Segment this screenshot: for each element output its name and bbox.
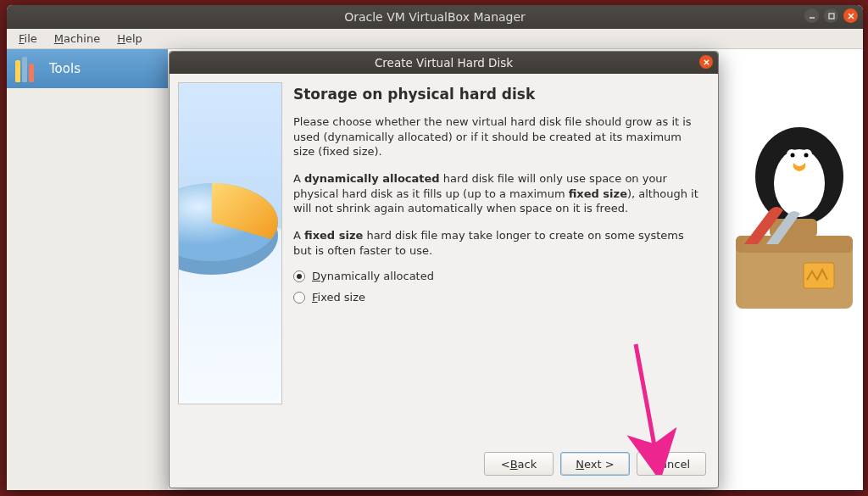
menu-machine[interactable]: Machine [47,31,107,47]
dialog-heading: Storage on physical hard disk [293,86,703,103]
back-button[interactable]: < Back [484,452,554,476]
menu-help[interactable]: Help [110,31,149,47]
main-window-controls [804,8,858,23]
dialog-button-row: < Back Next > Cancel [170,443,718,488]
main-window-title: Oracle VM VirtualBox Manager [7,10,863,24]
svg-point-9 [791,153,795,158]
close-icon[interactable] [843,8,858,23]
minimize-icon[interactable] [804,8,819,23]
dialog-main: Storage on physical hard disk Please cho… [288,74,718,443]
dialog-paragraph-3: A fixed size hard disk file may take lon… [293,228,703,258]
sidebar-item-tools[interactable]: Tools [7,49,168,88]
radio-dynamically-allocated[interactable]: Dynamically allocated [293,270,703,282]
menubar: File Machine Help [7,29,863,49]
dialog-body: Storage on physical hard disk Please cho… [170,74,718,443]
svg-point-10 [804,153,809,158]
main-window-titlebar: Oracle VM VirtualBox Manager [7,5,863,29]
radio-label: Dynamically allocated [312,270,434,282]
radio-label: Fixed size [312,291,365,304]
dialog-paragraph-1: Please choose whether the new virtual ha… [293,114,703,159]
svg-point-6 [774,149,825,217]
maximize-icon[interactable] [824,8,838,23]
tools-icon [15,55,39,82]
cancel-button[interactable]: Cancel [637,452,706,476]
menu-file[interactable]: File [12,31,44,47]
radio-fixed-size[interactable]: Fixed size [293,291,703,304]
storage-type-radiogroup: Dynamically allocated Fixed size [293,270,703,304]
radio-dot-icon [293,292,305,304]
dialog-close-icon[interactable] [699,55,713,69]
dialog-titlebar: Create Virtual Hard Disk [170,52,718,74]
pie-chart-icon [178,151,282,295]
radio-dot-icon [293,270,305,282]
sidebar-item-label: Tools [49,61,81,76]
sidebar: Tools [7,49,168,490]
next-button[interactable]: Next > [560,452,630,476]
create-disk-dialog: Create Virtual Hard Disk [169,51,719,488]
svg-rect-1 [829,14,834,19]
desktop: Oracle VM VirtualBox Manager File Machin… [0,0,868,496]
dialog-paragraph-2: A dynamically allocated hard disk file w… [293,171,703,216]
dialog-title: Create Virtual Hard Disk [170,56,718,70]
dialog-side-image [170,74,288,443]
